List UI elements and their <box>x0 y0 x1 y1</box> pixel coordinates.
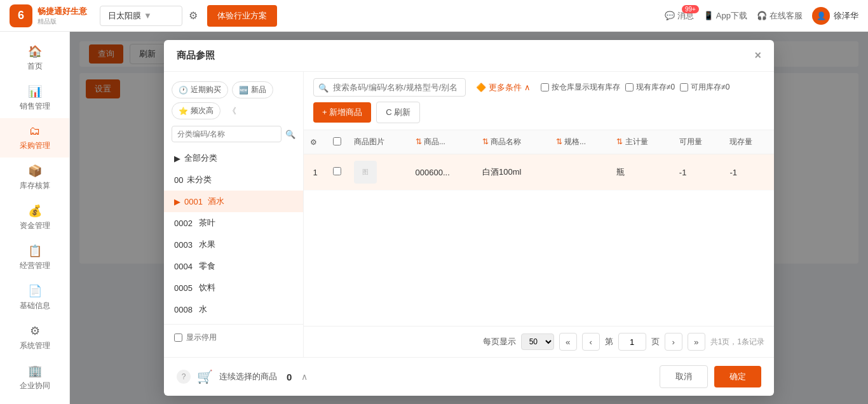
sidebar-label-basic-info: 基础信息 <box>20 300 50 311</box>
th-checkbox[interactable] <box>327 130 348 154</box>
user-area[interactable]: 👤 徐泽华 <box>812 7 858 25</box>
sidebar-item-home[interactable]: 🏠 首页 <box>0 38 69 78</box>
th-product-code[interactable]: ⇅ 商品... <box>409 130 476 154</box>
th-product-name[interactable]: ⇅ 商品名称 <box>476 130 550 154</box>
top-navigation: 6 畅捷通好生意 精品版 日太阳膜 ▼ ⚙ 体验行业方案 💬 消息 99+ 📱 … <box>0 0 868 32</box>
sidebar-item-inventory[interactable]: 📦 库存核算 <box>0 158 69 198</box>
th-product-unit[interactable]: ⇅ 主计量 <box>610 130 673 154</box>
cart-icon: 🛒 <box>197 370 213 384</box>
collapse-footer-btn[interactable]: ∧ <box>301 372 308 382</box>
selected-count-badge: 0 <box>287 372 292 382</box>
warehouse-inventory-label: 按仓库显示现有库存 <box>552 82 620 93</box>
frequent-label: 频次高 <box>191 105 214 116</box>
logo-sub: 精品版 <box>37 17 87 26</box>
checkbox-available-inventory[interactable]: 可用库存≠0 <box>680 82 729 93</box>
logo-area: 6 畅捷通好生意 精品版 <box>10 4 87 27</box>
sidebar-item-purchase[interactable]: 🗂 采购管理 <box>0 118 69 158</box>
purchase-icon: 🗂 <box>29 125 41 138</box>
sales-icon: 📊 <box>28 84 42 98</box>
cancel-button[interactable]: 取消 <box>660 365 708 388</box>
th-available: 可用量 <box>673 130 724 154</box>
page-number-input[interactable] <box>618 333 646 351</box>
product-search-input[interactable] <box>313 78 466 97</box>
sort-name-icon: ⇅ <box>482 137 489 146</box>
cat-0004-name: 零食 <box>199 260 215 272</box>
show-disabled-checkbox[interactable] <box>174 333 182 342</box>
finance-icon: 💰 <box>28 204 42 218</box>
frequent-btn[interactable]: ⭐ 频次高 <box>172 102 220 119</box>
new-product-btn[interactable]: 🆕 新品 <box>232 81 273 98</box>
last-page-btn[interactable]: » <box>688 333 705 351</box>
logo-icon: 6 <box>10 4 32 27</box>
sidebar-item-enterprise[interactable]: 🏢 企业协同 <box>0 358 69 398</box>
per-page-select[interactable]: 50 <box>521 333 554 350</box>
gear-icon[interactable]: ⚙ <box>189 10 198 22</box>
existing-inventory-checkbox[interactable] <box>625 83 634 91</box>
store-selector[interactable]: 日太阳膜 ▼ <box>100 6 182 26</box>
category-0003[interactable]: 0003 水果 <box>164 234 303 255</box>
total-info: 共1页，1条记录 <box>710 337 764 347</box>
confirm-button[interactable]: 确定 <box>714 366 761 387</box>
available-inventory-checkbox[interactable] <box>680 83 688 91</box>
refresh-table-btn[interactable]: C 刷新 <box>376 102 420 123</box>
sidebar-item-guide[interactable]: ✨ 新手引导 <box>0 398 69 404</box>
category-0001[interactable]: ▶ 0001 酒水 <box>164 191 303 212</box>
sidebar-item-finance[interactable]: 💰 资金管理 <box>0 198 69 238</box>
recent-purchase-btn[interactable]: 🕐 近期购买 <box>172 81 228 98</box>
category-0005[interactable]: 0005 饮料 <box>164 277 303 299</box>
sidebar-item-basic-info[interactable]: 📄 基础信息 <box>0 278 69 318</box>
show-disabled-row[interactable]: 显示停用 <box>164 324 303 351</box>
category-0002[interactable]: 0002 茶叶 <box>164 212 303 234</box>
help-button[interactable]: ? <box>177 370 191 384</box>
prev-page-btn[interactable]: ‹ <box>582 333 600 351</box>
sidebar-label-enterprise: 企业协同 <box>20 380 50 391</box>
category-all[interactable]: ▶ 全部分类 <box>164 147 303 169</box>
table-row[interactable]: 1 图 000600... 白酒100ml <box>304 154 774 191</box>
sidebar-label-finance: 资金管理 <box>20 220 50 231</box>
sidebar-label-purchase: 采购管理 <box>20 140 50 151</box>
th-settings[interactable]: ⚙ <box>304 130 327 154</box>
first-page-btn[interactable]: « <box>559 333 577 351</box>
cat-0004-code: 0004 <box>174 262 193 271</box>
th-product-spec[interactable]: ⇅ 规格... <box>550 130 611 154</box>
category-search-icon[interactable]: 🔍 <box>285 130 295 139</box>
row-select-checkbox[interactable] <box>333 167 341 175</box>
sidebar-item-sales[interactable]: 📊 销售管理 <box>0 78 69 118</box>
add-product-btn[interactable]: + 新增商品 <box>313 102 371 123</box>
select-all-checkbox[interactable] <box>333 137 341 145</box>
message-button[interactable]: 💬 消息 99+ <box>665 10 694 22</box>
category-list: ▶ 全部分类 00 未分类 ▶ 0001 酒水 <box>164 147 303 324</box>
enterprise-icon: 🏢 <box>28 364 42 378</box>
product-table: ⚙ 商品图片 ⇅ 商品... ⇅ <box>304 130 774 191</box>
trial-button[interactable]: 体验行业方案 <box>207 5 277 27</box>
modal-close-button[interactable]: × <box>754 49 761 62</box>
chevron-up-icon: ∧ <box>524 83 531 92</box>
headset-icon: 🎧 <box>757 11 767 20</box>
app-download-button[interactable]: 📱 App下载 <box>703 10 747 22</box>
sidebar-item-operations[interactable]: 📋 经营管理 <box>0 238 69 278</box>
product-img-alt: 图 <box>362 168 369 177</box>
customer-service-button[interactable]: 🎧 在线客服 <box>757 10 803 22</box>
per-page-label: 每页显示 <box>483 336 516 347</box>
checkbox-existing-inventory[interactable]: 现有库存≠0 <box>625 82 675 93</box>
warehouse-inventory-checkbox[interactable] <box>541 83 549 91</box>
cat-0008-name: 水 <box>199 304 207 315</box>
modal-title: 商品参照 <box>177 50 215 62</box>
sidebar-item-system[interactable]: ⚙ 系统管理 <box>0 318 69 358</box>
cart-icon-wrap[interactable]: 🛒 <box>197 369 213 384</box>
category-00[interactable]: 00 未分类 <box>164 169 303 191</box>
row-checkbox-cell[interactable] <box>327 154 348 191</box>
cat-0001-code: 0001 <box>184 197 203 206</box>
next-page-btn[interactable]: › <box>665 333 682 351</box>
more-filter-btn[interactable]: 🔶 更多条件 ∧ <box>471 79 536 97</box>
message-badge: 99+ <box>682 5 699 13</box>
category-all-label: 全部分类 <box>184 152 217 164</box>
category-search-input[interactable] <box>172 126 281 142</box>
new-icon: 🆕 <box>239 86 248 95</box>
checkbox-warehouse-inventory[interactable]: 按仓库显示现有库存 <box>541 82 620 93</box>
category-0004[interactable]: 0004 零食 <box>164 255 303 277</box>
collapse-panel-btn[interactable]: 《 <box>224 104 240 119</box>
logo-title: 畅捷通好生意 <box>37 6 87 17</box>
modal-overlay: 商品参照 × 🕐 近期购买 🆕 <box>70 32 868 404</box>
category-0008[interactable]: 0008 水 <box>164 299 303 320</box>
